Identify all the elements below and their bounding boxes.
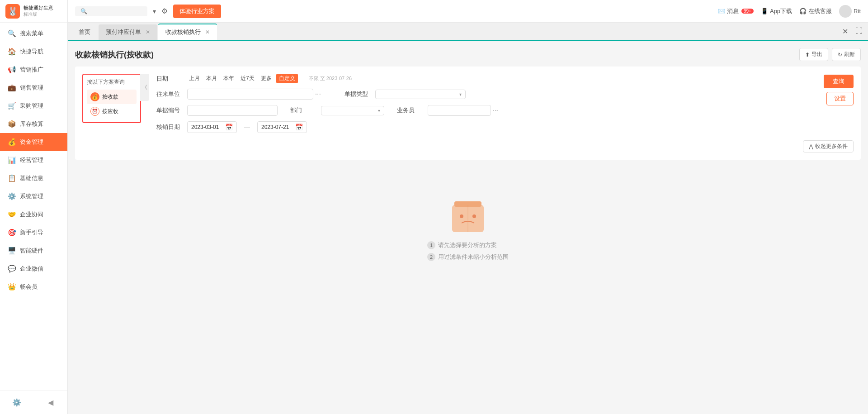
logo-icon: 🐰	[5, 4, 20, 19]
wechat-icon: 💬	[7, 264, 16, 273]
writeoff-date-end-group: 2023-07-21 📅	[257, 121, 307, 133]
topbar-search[interactable]: 🔍	[75, 6, 147, 16]
sidebar-item-sales[interactable]: 💼 销售管理	[0, 79, 67, 97]
filter-settings-button[interactable]: 设置	[826, 92, 854, 105]
sidebar-item-basic[interactable]: 📋 基础信息	[0, 169, 67, 187]
writeoff-date-end[interactable]: 2023-07-21 📅	[257, 121, 307, 133]
export-button[interactable]: ⬆ 导出	[799, 48, 828, 61]
logo-sub: 标准版	[24, 11, 53, 18]
refresh-label: 刷新	[844, 51, 855, 58]
salesperson-more-btn[interactable]: ···	[491, 106, 500, 114]
sidebar-menu: 🔍 搜索菜单 🏠 快捷导航 📢 营销推广 💼 销售管理 🛒 采购管理 📦 库存核…	[0, 23, 67, 390]
sidebar-item-label-wechat: 企业微信	[20, 265, 43, 273]
topbar: 🔍 ▾ ⚙ 体验行业方案 ✉️ 消息 99+ 📱 App下载 🎧 在线客服 Ri…	[68, 0, 868, 23]
sidebar-item-label-enterprise: 企业协同	[20, 210, 43, 219]
doc-number-input[interactable]	[187, 105, 278, 116]
collection-tab-label: 收款核销执行	[165, 28, 201, 36]
main-area: 🔍 ▾ ⚙ 体验行业方案 ✉️ 消息 99+ 📱 App下载 🎧 在线客服 Ri…	[68, 0, 868, 414]
sidebar-item-label-vip: 畅会员	[20, 283, 38, 291]
app-download-label: App下载	[770, 7, 792, 15]
writeoff-date-label: 核销日期	[156, 123, 180, 131]
filter-by-collection[interactable]: 💰 按收款	[87, 90, 137, 104]
collapse-more-btn[interactable]: ⋀ 收起更多条件	[803, 140, 854, 152]
salesperson-input[interactable]	[428, 105, 491, 116]
tab-collection-close[interactable]: ✕	[205, 29, 210, 35]
sidebar-item-system[interactable]: ⚙️ 系统管理	[0, 187, 67, 205]
sidebar-item-hardware[interactable]: 🖥️ 智能硬件	[0, 242, 67, 260]
tab-prepay[interactable]: 预付冲应付单 ✕	[99, 24, 157, 40]
collapse-label: 收起更多条件	[815, 143, 848, 150]
user-avatar	[839, 5, 852, 18]
sidebar-item-label-search: 搜索菜单	[20, 29, 43, 38]
date-label: 日期	[156, 75, 180, 83]
receivable-option-label: 按应收	[102, 108, 118, 115]
filter-row-writeoff: 核销日期 2023-03-01 📅 — 2023-07-21	[156, 121, 818, 133]
sidebar-item-inventory[interactable]: 📦 库存核算	[0, 115, 67, 133]
writeoff-end-value: 2023-07-21	[261, 124, 289, 130]
close-tab-btn[interactable]: ✕	[840, 26, 850, 37]
query-button[interactable]: 查询	[824, 75, 854, 88]
user-name: Rit	[854, 8, 861, 14]
home-tab-label: 首页	[79, 28, 90, 36]
filter-panel: 按以下方案查询 💰 按收款 ⏰ 按应收 《	[75, 67, 861, 160]
collapse-sidebar-btn[interactable]: ◀	[42, 394, 59, 410]
search-icon: 🔍	[7, 29, 16, 38]
svg-point-3	[472, 214, 476, 218]
sidebar-item-shortcuts[interactable]: 🏠 快捷导航	[0, 43, 67, 61]
topbar-dropdown[interactable]: ▾	[153, 8, 156, 15]
sidebar-item-enterprise[interactable]: 🤝 企业协同	[0, 205, 67, 224]
app-download-btn[interactable]: 📱 App下载	[761, 7, 792, 15]
maximize-tab-btn[interactable]: ⛶	[854, 26, 864, 37]
settings-footer-btn[interactable]: ⚙️	[9, 394, 25, 410]
topbar-gear-btn[interactable]: ⚙	[161, 7, 168, 15]
sidebar-item-finance[interactable]: 💰 资金管理	[0, 133, 67, 151]
tab-prepay-close[interactable]: ✕	[146, 29, 150, 35]
counterparty-more-btn[interactable]: ···	[313, 90, 323, 98]
date-shortcut-this-year[interactable]: 本年	[222, 74, 236, 83]
department-select[interactable]: ▾	[321, 106, 384, 115]
date-shortcut-7days[interactable]: 近7天	[239, 74, 256, 83]
message-icon: ✉️	[718, 8, 725, 14]
writeoff-date-start[interactable]: 2023-03-01 📅	[187, 121, 237, 133]
user-profile-btn[interactable]: Rit	[839, 5, 861, 18]
sidebar-item-search[interactable]: 🔍 搜索菜单	[0, 24, 67, 43]
message-btn[interactable]: ✉️ 消息 99+	[718, 7, 754, 15]
refresh-button[interactable]: ↻ 刷新	[832, 48, 861, 61]
sidebar-item-guide[interactable]: 🎯 新手引导	[0, 224, 67, 242]
sidebar-item-operations[interactable]: 📊 经营管理	[0, 151, 67, 169]
counterparty-label: 往来单位	[156, 90, 180, 98]
tab-collection[interactable]: 收款核销执行 ✕	[158, 24, 217, 40]
hint-text-2: 用过滤条件来缩小分析范围	[438, 253, 509, 261]
sidebar-item-wechat[interactable]: 💬 企业微信	[0, 260, 67, 278]
date-shortcut-more[interactable]: 更多	[259, 74, 274, 83]
topbar-right: ✉️ 消息 99+ 📱 App下载 🎧 在线客服 Rit	[718, 5, 861, 18]
solution-button[interactable]: 体验行业方案	[173, 5, 221, 18]
tab-bar: 首页 预付冲应付单 ✕ 收款核销执行 ✕ ✕ ⛶	[68, 23, 868, 41]
enterprise-icon: 🤝	[7, 210, 16, 219]
sidebar-item-vip[interactable]: 👑 畅会员	[0, 278, 67, 296]
sidebar-item-label-finance: 资金管理	[20, 138, 43, 146]
sidebar-item-marketing[interactable]: 📢 营销推广	[0, 61, 67, 79]
shortcuts-icon: 🏠	[7, 47, 16, 56]
doc-number-label: 单据编号	[156, 106, 180, 114]
filter-row-counterparty: 往来单位 ··· 单据类型 ▾	[156, 89, 818, 100]
page-title: 收款核销执行(按收款)	[75, 49, 154, 60]
empty-svg	[445, 187, 491, 237]
sidebar-item-purchase[interactable]: 🛒 采购管理	[0, 97, 67, 115]
export-icon: ⬆	[805, 52, 810, 58]
hint-num-2: 2	[427, 253, 435, 261]
date-shortcut-this-month[interactable]: 本月	[204, 74, 219, 83]
collapse-filter-sidebar-btn[interactable]: 《	[140, 74, 149, 101]
online-service-btn[interactable]: 🎧 在线客服	[799, 7, 832, 15]
app-icon: 📱	[761, 8, 768, 14]
tab-home[interactable]: 首页	[71, 24, 98, 40]
date-shortcut-custom[interactable]: 自定义	[276, 74, 298, 83]
counterparty-input[interactable]	[187, 89, 313, 100]
doc-type-select[interactable]: ▾	[375, 90, 466, 99]
sidebar: 🐰 畅捷通好生意 标准版 🔍 搜索菜单 🏠 快捷导航 📢 营销推广 💼 销售管理…	[0, 0, 68, 414]
sidebar-item-label-system: 系统管理	[20, 192, 43, 200]
basic-icon: 📋	[7, 174, 16, 183]
date-shortcut-last-month[interactable]: 上月	[187, 74, 202, 83]
sidebar-footer: ⚙️ ◀	[0, 390, 67, 414]
filter-by-receivable[interactable]: ⏰ 按应收	[87, 104, 137, 119]
